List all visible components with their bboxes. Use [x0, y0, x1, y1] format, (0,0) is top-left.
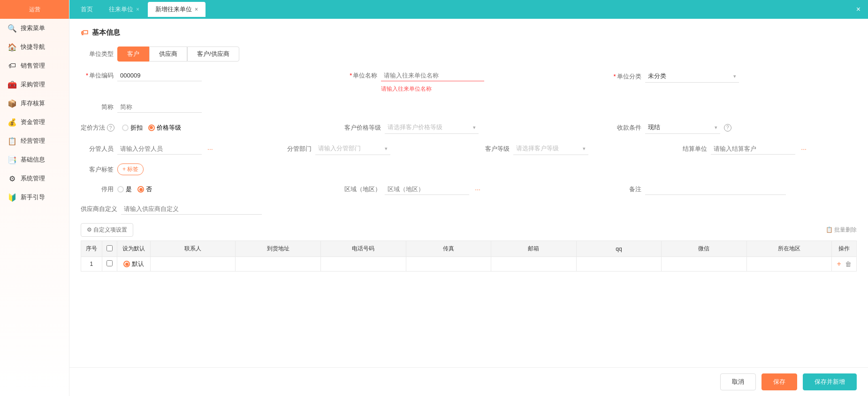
tab-home[interactable]: 首页 [73, 2, 100, 17]
supplier-custom-input[interactable] [121, 203, 262, 215]
settlement-ellipsis[interactable]: ··· [799, 145, 808, 153]
sidebar-item-finance[interactable]: 💰 资金管理 [0, 113, 69, 132]
col-phone: 电话号码 [320, 241, 406, 257]
settlement-unit-input[interactable] [711, 143, 795, 155]
unit-name-label: *单位名称 [344, 71, 377, 80]
save-and-new-button[interactable]: 保存并新增 [803, 373, 857, 390]
col-address: 到货地址 [236, 241, 321, 257]
unit-name-field: *单位名称 请输入往来单位名称 [344, 70, 593, 93]
tab-new-partner-close[interactable]: × [195, 6, 198, 13]
region-ellipsis[interactable]: ··· [473, 186, 482, 193]
sidebar-item-operations[interactable]: 📋 经营管理 [0, 132, 69, 150]
col-wechat: 微信 [662, 241, 747, 257]
tags-label: 客户标签 [81, 165, 114, 174]
unit-name-input[interactable] [381, 70, 484, 81]
email-input[interactable] [495, 261, 572, 267]
sidebar-item-inventory[interactable]: 📦 库存核算 [0, 94, 69, 113]
contact-input[interactable] [154, 261, 232, 267]
row-checkbox[interactable] [102, 257, 117, 272]
row-add-button[interactable]: + [837, 260, 841, 268]
payment-terms-value: 现结 [648, 123, 715, 132]
sidebar-item-search[interactable]: 🔍 搜索菜单 [0, 19, 69, 38]
department-select[interactable]: 请输入分管部门 ▾ [315, 142, 390, 155]
settlement-unit-label: 结算单位 [674, 145, 707, 153]
tab-partners-close[interactable]: × [136, 6, 139, 13]
payment-help-icon[interactable]: ? [724, 124, 731, 132]
row-region[interactable] [746, 257, 832, 272]
col-email: 邮箱 [491, 241, 577, 257]
phone-input[interactable] [325, 261, 402, 267]
qq-input[interactable] [580, 261, 658, 267]
row-default-radio[interactable]: 默认 [121, 260, 146, 268]
row-contact[interactable] [150, 257, 236, 272]
manager-ellipsis[interactable]: ··· [206, 145, 215, 153]
chevron-down-icon4: ▾ [385, 146, 388, 152]
unit-type-btn-both[interactable]: 客户/供应商 [187, 47, 239, 62]
customer-price-level-select[interactable]: 请选择客户价格等级 ▾ [385, 121, 479, 134]
tab-new-partner[interactable]: 新增往来单位 × [148, 2, 206, 17]
batch-delete-btn[interactable]: 📋 批量删除 [826, 226, 857, 234]
region-input[interactable] [385, 184, 469, 195]
short-name-input[interactable] [117, 101, 202, 113]
wechat-input[interactable] [665, 261, 743, 267]
chevron-down-icon5: ▾ [583, 146, 586, 152]
row-fax[interactable] [406, 257, 491, 272]
radio-price-level[interactable]: 价格等级 [148, 124, 181, 132]
row-delete-button[interactable]: 🗑 [845, 260, 852, 268]
unit-category-select[interactable]: 未分类 ▾ [645, 70, 739, 83]
row-code-name-category: *单位编码 *单位名称 请输入往来单位名称 *单位分类 未分类 ▾ [81, 70, 857, 93]
disabled-label: 停用 [81, 185, 114, 194]
row-address[interactable] [236, 257, 321, 272]
radio-yes[interactable]: 是 [117, 185, 132, 194]
sidebar-item-quick-nav[interactable]: 🏠 快捷导航 [0, 38, 69, 56]
tab-bar-close-all[interactable]: × [853, 3, 864, 16]
tab-partners[interactable]: 往来单位 × [101, 2, 147, 17]
sidebar-item-label: 新手引导 [21, 193, 45, 202]
unit-code-input[interactable] [117, 70, 202, 81]
radio-discount[interactable]: 折扣 [122, 124, 143, 132]
department-placeholder: 请输入分管部门 [318, 144, 385, 153]
payment-terms-select[interactable]: 现结 ▾ [645, 121, 720, 134]
sidebar-item-label: 库存核算 [21, 99, 45, 108]
custom-settings-button[interactable]: ⚙ 自定义项设置 [81, 223, 133, 237]
row-checkbox-input[interactable] [107, 260, 113, 266]
sidebar-item-system[interactable]: ⚙ 系统管理 [0, 169, 69, 188]
section-title: 🏷 基本信息 [81, 28, 857, 37]
sidebar-item-sales[interactable]: 🏷 销售管理 [0, 56, 69, 75]
system-icon: ⚙ [8, 174, 17, 183]
cancel-button[interactable]: 取消 [720, 373, 756, 390]
select-all-checkbox[interactable] [107, 245, 113, 251]
radio-no-circle [137, 186, 144, 193]
sidebar-item-label: 快捷导航 [21, 43, 45, 51]
row-email[interactable] [491, 257, 577, 272]
manager-input[interactable] [117, 143, 202, 155]
manager-label: 分管人员 [81, 145, 114, 153]
col-default: 设为默认 [117, 241, 151, 257]
row-region-input[interactable] [751, 261, 828, 267]
table-header-row: 序号 设为默认 联系人 到货地址 电话号码 传真 邮箱 qq 微信 所在地区 操… [81, 241, 857, 257]
sidebar-item-label: 系统管理 [21, 174, 45, 183]
radio-no[interactable]: 否 [137, 185, 152, 194]
region-label: 区域（地区） [344, 185, 381, 194]
short-name-label: 简称 [81, 103, 114, 111]
row-default-circle [123, 261, 130, 267]
row-phone[interactable] [320, 257, 406, 272]
address-input[interactable] [239, 261, 317, 267]
row-qq[interactable] [576, 257, 662, 272]
fax-input[interactable] [410, 261, 487, 267]
sidebar-item-guide[interactable]: 🔰 新手引导 [0, 188, 69, 207]
chevron-down-icon3: ▾ [715, 124, 717, 131]
col-checkbox[interactable] [102, 241, 117, 257]
sidebar-item-purchase[interactable]: 🧰 采购管理 [0, 75, 69, 94]
supplier-custom-field: 供应商自定义 [81, 203, 857, 215]
unit-type-btn-customer[interactable]: 客户 [117, 47, 149, 62]
short-name-field: 简称 [81, 101, 857, 113]
notes-input[interactable] [645, 184, 786, 195]
customer-level-select[interactable]: 请选择客户等级 ▾ [513, 142, 588, 155]
sidebar-item-basic[interactable]: 📑 基础信息 [0, 150, 69, 169]
unit-type-btn-supplier[interactable]: 供应商 [149, 47, 187, 62]
add-tag-button[interactable]: + 标签 [117, 163, 144, 175]
save-button[interactable]: 保存 [761, 373, 797, 390]
pricing-help-icon[interactable]: ? [107, 124, 114, 132]
row-wechat[interactable] [662, 257, 747, 272]
